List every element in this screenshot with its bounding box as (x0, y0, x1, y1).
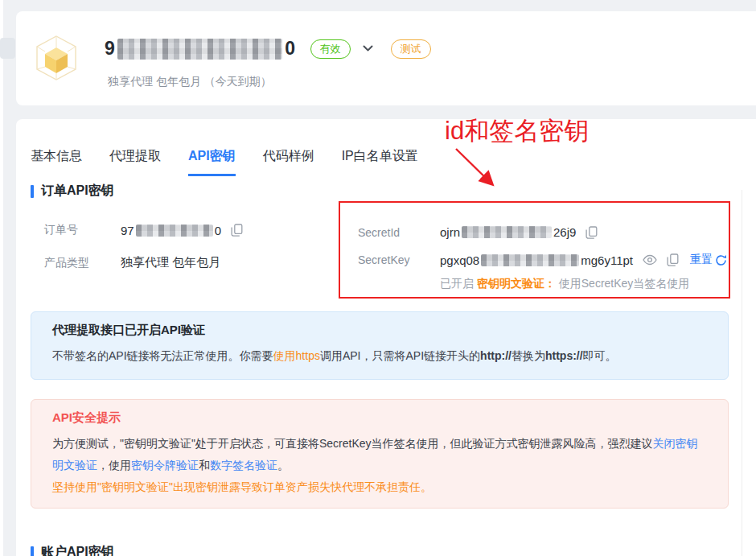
order-header-card: 90 有效 测试 独享代理 包年包月 （今天到期） (16, 11, 756, 105)
page: 90 有效 测试 独享代理 包年包月 （今天到期） 基本信息 代理提取 API密… (0, 0, 756, 556)
order-subtitle: 独享代理 包年包月 （今天到期） (108, 75, 272, 89)
secret-key-label: SecretKey (358, 253, 440, 266)
product-type-row: 产品类型 独享代理 包年包月 (44, 255, 220, 270)
order-detail-card: 基本信息 代理提取 API密钥 代码样例 IP白名单设置 订单API密钥 订单号… (16, 119, 756, 556)
redaction-mosaic (481, 254, 579, 266)
secret-id-row: SecretId ojrn26j9 (358, 225, 598, 239)
api-security-warning-box: API安全提示 为方便测试，"密钥明文验证"处于开启状态，可直接将SecretK… (31, 399, 729, 509)
section-accent-bar (31, 185, 34, 198)
digital-signature-link[interactable]: 数字签名验证 (210, 459, 277, 472)
order-id-redacted: 90 (105, 38, 296, 60)
warning-box-body: 为方便测试，"密钥明文验证"处于开启状态，可直接将SecretKey当作签名使用… (52, 433, 707, 476)
reset-secret-key-button[interactable]: 重置 (690, 253, 727, 267)
refresh-icon (715, 254, 727, 266)
warning-box-title: API安全提示 (52, 410, 707, 426)
order-number-label: 订单号 (44, 223, 121, 237)
tab-bar: 基本信息 代理提取 API密钥 代码样例 IP白名单设置 (31, 148, 418, 176)
order-api-key-section-title: 订单API密钥 (31, 183, 114, 200)
env-badge: 测试 (391, 39, 431, 59)
secret-key-row: SecretKey pgxq08mg6y11pt 重置 (358, 253, 727, 267)
tab-ip-whitelist[interactable]: IP白名单设置 (342, 148, 418, 176)
product-type-label: 产品类型 (44, 256, 121, 270)
order-number-row: 订单号 970 (44, 223, 243, 237)
annotation-label: id和签名密钥 (445, 114, 589, 148)
redaction-mosaic (462, 226, 552, 238)
copy-icon[interactable] (231, 224, 243, 237)
secret-key-value: pgxq08mg6y11pt (440, 253, 633, 267)
annotation-arrow (446, 146, 511, 201)
secret-id-value: ojrn26j9 (440, 225, 576, 239)
redaction-mosaic (136, 224, 213, 237)
warning-disclaimer: 坚持使用"密钥明文验证"出现密钥泄露导致订单资产损失快代理不承担责任。 (52, 476, 707, 498)
copy-icon[interactable] (667, 253, 679, 266)
info-box-title: 代理提取接口已开启API验证 (52, 323, 707, 338)
plaintext-verification-note: 已开启 密钥明文验证： 使用SecretKey当签名使用 (440, 277, 689, 291)
api-verification-info-box: 代理提取接口已开启API验证 不带签名的API链接将无法正常使用。你需要使用ht… (31, 311, 729, 380)
product-type-value: 独享代理 包年包月 (121, 255, 220, 270)
eye-icon[interactable] (643, 254, 657, 266)
token-verification-link[interactable]: 密钥令牌验证 (131, 459, 199, 472)
secret-id-label: SecretId (358, 226, 440, 239)
secret-highlight-box: SecretId ojrn26j9 SecretKey pgxq08mg6y11… (339, 201, 730, 299)
product-cube-icon (35, 35, 78, 84)
tab-api-key[interactable]: API密钥 (188, 148, 236, 176)
tab-proxy-extract[interactable]: 代理提取 (109, 148, 161, 176)
redaction-mosaic (117, 39, 282, 60)
chevron-down-icon[interactable] (363, 45, 373, 52)
account-api-key-section-title: 账户API密钥 (31, 544, 114, 556)
info-box-body: 不带签名的API链接将无法正常使用。你需要使用https调用API，只需将API… (52, 345, 707, 367)
tab-basic-info[interactable]: 基本信息 (31, 148, 82, 176)
section-accent-bar (31, 546, 34, 556)
sidebar-collapse-handle[interactable] (0, 38, 15, 59)
order-number-value: 970 (121, 224, 221, 237)
content-divider-line (742, 190, 742, 556)
status-badge: 有效 (310, 39, 351, 59)
copy-icon[interactable] (585, 226, 598, 239)
tab-code-samples[interactable]: 代码样例 (263, 148, 314, 176)
